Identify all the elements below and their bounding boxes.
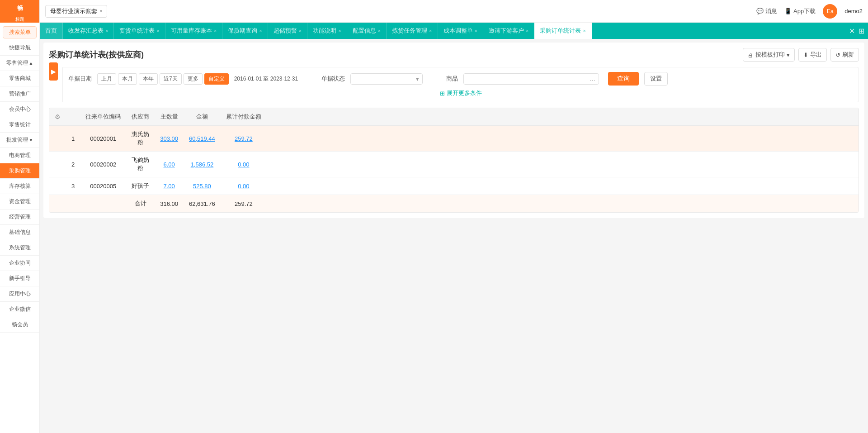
row-supplier-cell: 飞鹤奶粉	[126, 152, 155, 177]
date-btn-custom[interactable]: 自定义	[204, 73, 229, 85]
date-quick-buttons: 上月 本月 本年 近7天 更多 自定义	[97, 73, 229, 85]
tab-chaochu[interactable]: 超储预警 ×	[268, 23, 307, 39]
app-download-button[interactable]: 📱 App下载	[784, 7, 816, 15]
sidebar-item-wechat[interactable]: 企业微信	[0, 302, 39, 317]
tab-gongneng[interactable]: 功能说明 ×	[307, 23, 347, 39]
tab-yaoqing[interactable]: 邀请下游客户 ×	[483, 23, 534, 39]
paid-link[interactable]: 0.00	[238, 183, 249, 190]
row-paid-cell: 0.00	[221, 152, 267, 177]
sidebar-item-basic[interactable]: 基础信息	[0, 225, 39, 240]
user-name[interactable]: demo2	[844, 8, 863, 14]
table-row: 3 00020005 好孩子 7.00 525.80 0.00	[49, 177, 859, 195]
sidebar-item-purchase[interactable]: 采购管理	[0, 163, 39, 179]
sidebar: 畅 标题 搜索菜单 快捷导航 零售管理 ▲ 零售商城 营销推广 会员中心 零售统…	[0, 0, 40, 433]
row-paid-cell: 259.72	[221, 126, 267, 152]
qty-link[interactable]: 6.00	[163, 161, 175, 168]
sidebar-item-retail-store[interactable]: 零售商城	[0, 71, 39, 86]
workspace-arrow-icon: ▾	[100, 9, 102, 14]
amount-link[interactable]: 60,519.44	[189, 135, 215, 142]
sidebar-item-wholesale[interactable]: 批发管理 ▼	[0, 133, 39, 148]
tab-shoufa[interactable]: 收发存汇总表 ×	[63, 23, 114, 39]
message-button[interactable]: 💬 消息	[756, 7, 777, 15]
print-button[interactable]: 🖨 按模板打印 ▾	[743, 48, 795, 62]
filter-toggle-button[interactable]: ▶	[49, 62, 58, 81]
goods-input[interactable]	[463, 73, 599, 85]
sidebar-item-retail[interactable]: 零售管理 ▲	[0, 56, 39, 71]
close-yaohuo-icon[interactable]: ×	[156, 28, 159, 33]
goods-input-more-icon[interactable]: …	[590, 76, 595, 82]
tab-pihuo-label: 拣货任务管理	[392, 27, 427, 35]
table-body: 1 00020001 惠氏奶粉 303.00 60,519.44 259.72 …	[49, 126, 859, 195]
th-setting: ⚙	[49, 108, 66, 126]
refresh-button[interactable]: ↺ 刷新	[830, 48, 859, 62]
row-seq-cell: 2	[66, 152, 80, 177]
page-actions: 🖨 按模板打印 ▾ ⬇ 导出 ↺ 刷新	[743, 48, 859, 62]
close-shoufa-icon[interactable]: ×	[105, 28, 108, 33]
sidebar-item-vip[interactable]: 畅会员	[0, 317, 39, 333]
tab-yaohuo[interactable]: 要货单统计表 ×	[114, 23, 165, 39]
sidebar-item-operation[interactable]: 经营管理	[0, 209, 39, 225]
sidebar-item-system[interactable]: 系统管理	[0, 240, 39, 256]
close-gongneng-icon[interactable]: ×	[338, 28, 341, 33]
row-amount-cell: 1,586.52	[184, 152, 221, 177]
close-chaochu-icon[interactable]: ×	[299, 28, 302, 33]
export-button[interactable]: ⬇ 导出	[798, 48, 827, 62]
content-inner: 采购订单统计表(按供应商) 🖨 按模板打印 ▾ ⬇ 导出 ↺ 刷新	[43, 43, 864, 218]
tab-home[interactable]: 首页	[40, 23, 63, 39]
chevron-right-icon: ▶	[51, 68, 56, 75]
sidebar-item-retail-stat[interactable]: 零售统计	[0, 117, 39, 133]
sidebar-item-inventory[interactable]: 库存核算	[0, 179, 39, 194]
close-caigou-icon[interactable]: ×	[583, 28, 585, 33]
sidebar-item-appstore[interactable]: 应用中心	[0, 286, 39, 302]
tab-baozhi[interactable]: 保质期查询 ×	[222, 23, 268, 39]
close-chengben-icon[interactable]: ×	[475, 28, 477, 33]
date-btn-more[interactable]: 更多	[184, 73, 203, 85]
maximize-icon[interactable]: ⊞	[859, 27, 864, 35]
close-peizhi-icon[interactable]: ×	[378, 28, 381, 33]
tab-home-label: 首页	[45, 27, 57, 35]
amount-link[interactable]: 525.80	[193, 183, 211, 190]
sidebar-item-shortcut[interactable]: 快捷导航	[0, 40, 39, 56]
close-baozhi-icon[interactable]: ×	[259, 28, 262, 33]
tab-caigou[interactable]: 采购订单统计表 ×	[534, 23, 591, 39]
qty-link[interactable]: 303.00	[160, 135, 178, 142]
settings-button[interactable]: 设置	[644, 72, 668, 86]
sidebar-item-member[interactable]: 会员中心	[0, 102, 39, 117]
paid-link[interactable]: 259.72	[235, 135, 253, 142]
sidebar-item-newbie[interactable]: 新手引导	[0, 271, 39, 286]
close-yaoqing-icon[interactable]: ×	[526, 28, 528, 33]
expand-more-conditions-button[interactable]: ⊞ 展开更多条件	[68, 89, 853, 97]
workspace-selector[interactable]: 母婴行业演示账套 ▾	[45, 5, 107, 18]
close-all-tabs-icon[interactable]: ✕	[849, 27, 855, 35]
search-menu-button[interactable]: 搜索菜单	[3, 26, 37, 38]
date-btn-last-month[interactable]: 上月	[97, 73, 116, 85]
status-select[interactable]	[350, 73, 423, 85]
sidebar-item-enterprise[interactable]: 企业协同	[0, 256, 39, 271]
amount-link[interactable]: 1,586.52	[191, 161, 214, 168]
tab-kucun[interactable]: 可用量库存账本 ×	[165, 23, 222, 39]
tab-peizhi[interactable]: 配置信息 ×	[347, 23, 387, 39]
date-btn-7days[interactable]: 近7天	[160, 73, 182, 85]
query-button[interactable]: 查询	[608, 72, 639, 86]
paid-link[interactable]: 0.00	[238, 161, 249, 168]
sidebar-logo[interactable]: 畅 标题	[0, 0, 39, 23]
table-row: 1 00020001 惠氏奶粉 303.00 60,519.44 259.72	[49, 126, 859, 152]
table-row: 2 00020002 飞鹤奶粉 6.00 1,586.52 0.00	[49, 152, 859, 177]
close-pihuo-icon[interactable]: ×	[429, 28, 432, 33]
tab-peizhi-label: 配置信息	[353, 27, 376, 35]
print-arrow-icon: ▾	[787, 52, 790, 58]
tab-chengben[interactable]: 成本调整单 ×	[438, 23, 483, 39]
sidebar-item-ecommerce[interactable]: 电商管理	[0, 148, 39, 163]
close-kucun-icon[interactable]: ×	[214, 28, 217, 33]
date-btn-this-year[interactable]: 本年	[139, 73, 158, 85]
user-avatar[interactable]: Ea	[823, 4, 837, 19]
column-setting-icon[interactable]: ⚙	[55, 113, 61, 120]
th-qty: 主数量	[155, 108, 184, 126]
sidebar-item-finance[interactable]: 资金管理	[0, 194, 39, 209]
sidebar-item-marketing[interactable]: 营销推广	[0, 86, 39, 102]
date-btn-this-month[interactable]: 本月	[118, 73, 137, 85]
qty-link[interactable]: 7.00	[163, 183, 175, 190]
tab-baozhi-label: 保质期查询	[228, 27, 257, 35]
topbar: 母婴行业演示账套 ▾ 💬 消息 📱 App下载 Ea demo2	[40, 0, 868, 23]
tab-pihuo[interactable]: 拣货任务管理 ×	[387, 23, 438, 39]
